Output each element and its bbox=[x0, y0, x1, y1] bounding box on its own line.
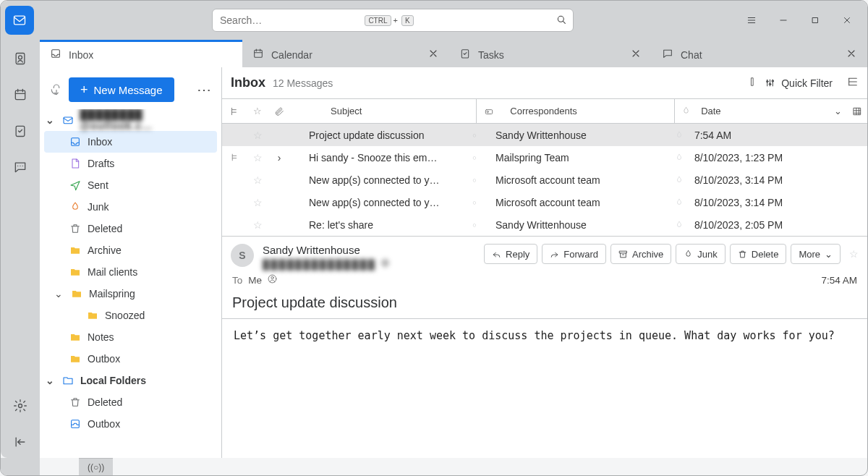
col-subject[interactable]: Subject bbox=[326, 99, 477, 123]
svg-rect-13 bbox=[72, 420, 80, 428]
folder-outbox[interactable]: Outbox bbox=[44, 348, 217, 370]
rail-tasks-icon[interactable] bbox=[12, 122, 29, 140]
col-attachment-icon[interactable] bbox=[268, 99, 290, 123]
globe-icon bbox=[380, 258, 390, 270]
window-close-button[interactable] bbox=[831, 4, 863, 36]
app-menu-button[interactable] bbox=[736, 4, 767, 36]
tab-inbox[interactable]: Inbox bbox=[40, 40, 242, 67]
display-options-icon[interactable] bbox=[747, 77, 757, 89]
folder-drafts[interactable]: Drafts bbox=[44, 153, 217, 174]
tab-tasks[interactable]: Tasks bbox=[449, 40, 652, 67]
svg-rect-22 bbox=[620, 251, 627, 253]
account-header[interactable]: ⌄ ████████ @outlook.c… bbox=[44, 109, 217, 131]
rail-chat-icon[interactable] bbox=[12, 158, 29, 176]
folder-inbox[interactable]: Inbox bbox=[44, 131, 217, 153]
folder-junk-label: Junk bbox=[88, 201, 109, 213]
folder-mail-clients[interactable]: Mail clients bbox=[44, 261, 217, 283]
app-icon[interactable] bbox=[5, 6, 34, 35]
folder-notes[interactable]: Notes bbox=[44, 326, 217, 348]
search-icon[interactable] bbox=[556, 14, 567, 27]
star-icon[interactable]: ☆ bbox=[247, 213, 268, 236]
drafts-icon bbox=[69, 158, 82, 169]
get-messages-icon[interactable] bbox=[50, 82, 63, 98]
inbox-icon bbox=[50, 48, 61, 61]
message-row[interactable]: ☆ › Hi sandy - Snooze this em… ○ Mailspr… bbox=[222, 146, 867, 169]
col-spam-icon[interactable] bbox=[675, 99, 697, 123]
svg-rect-20 bbox=[854, 108, 860, 114]
col-sort-chevron[interactable]: ⌄ bbox=[828, 99, 847, 123]
folder-inbox-label: Inbox bbox=[88, 136, 112, 148]
new-message-button[interactable]: + New Message bbox=[69, 77, 174, 102]
tab-tasks-close[interactable] bbox=[630, 48, 642, 61]
mail-account-icon bbox=[61, 114, 75, 126]
archive-button[interactable]: Archive bbox=[610, 244, 671, 264]
folder-mailspring[interactable]: ⌄ Mailspring bbox=[44, 283, 217, 305]
window-maximize-button[interactable] bbox=[799, 4, 831, 36]
to-label: To bbox=[232, 275, 242, 286]
junk-label: Junk bbox=[697, 249, 717, 260]
col-picker-icon[interactable] bbox=[847, 99, 867, 123]
col-thread-icon[interactable] bbox=[222, 99, 247, 123]
rail-contacts-icon[interactable] bbox=[12, 50, 29, 67]
chevron-down-icon: ⌄ bbox=[825, 249, 833, 260]
star-icon[interactable]: ☆ bbox=[247, 124, 268, 146]
star-icon[interactable]: ☆ bbox=[247, 191, 268, 213]
kbd-ctrl: CTRL bbox=[365, 15, 391, 26]
col-star-icon[interactable]: ☆ bbox=[247, 99, 268, 123]
message-row[interactable]: ☆ New app(s) connected to y… ○ Microsoft… bbox=[222, 169, 867, 191]
folder-icon bbox=[70, 288, 83, 299]
folder-deleted[interactable]: Deleted bbox=[44, 218, 217, 239]
tab-calendar-close[interactable] bbox=[427, 48, 439, 61]
col-date[interactable]: Date bbox=[697, 99, 828, 123]
folder-sent[interactable]: Sent bbox=[44, 174, 217, 196]
svg-rect-0 bbox=[14, 16, 25, 25]
local-outbox[interactable]: Outbox bbox=[44, 413, 217, 435]
flame-icon bbox=[668, 213, 690, 236]
rail-calendar-icon[interactable] bbox=[12, 86, 29, 103]
activity-rail bbox=[1, 40, 40, 458]
folder-icon bbox=[69, 266, 82, 278]
list-title: Inbox bbox=[231, 75, 265, 90]
local-deleted-label: Deleted bbox=[88, 396, 122, 408]
reply-button[interactable]: Reply bbox=[484, 244, 537, 264]
window-minimize-button[interactable] bbox=[767, 4, 799, 36]
forward-button[interactable]: Forward bbox=[542, 244, 606, 264]
star-icon[interactable]: ☆ bbox=[247, 169, 268, 191]
message-subject: Project update discussion bbox=[305, 124, 462, 146]
preview-body: Let’s get together early next week to di… bbox=[222, 319, 867, 352]
junk-button[interactable]: Junk bbox=[676, 244, 725, 264]
preview-star-icon[interactable]: ☆ bbox=[845, 248, 859, 260]
folder-archive-label: Archive bbox=[88, 245, 122, 256]
tab-chat-close[interactable] bbox=[846, 48, 857, 61]
local-folders-header[interactable]: ⌄ Local Folders bbox=[44, 370, 217, 391]
folder-junk[interactable]: Junk bbox=[44, 196, 217, 218]
col-correspondents-icon[interactable] bbox=[477, 99, 501, 123]
svg-point-1 bbox=[558, 16, 563, 22]
star-icon[interactable]: ☆ bbox=[247, 146, 268, 169]
search-input[interactable] bbox=[218, 14, 363, 27]
folder-snoozed[interactable]: Snoozed bbox=[44, 305, 217, 326]
message-subject: New app(s) connected to y… bbox=[305, 191, 462, 213]
quick-filter-button[interactable]: Quick Filter bbox=[765, 77, 833, 89]
folder-archive[interactable]: Archive bbox=[44, 239, 217, 261]
rail-collapse-icon[interactable] bbox=[12, 433, 29, 451]
col-correspondents[interactable]: Correspondents bbox=[501, 99, 675, 123]
message-row[interactable]: ☆ Project update discussion ○ Sandy Writ… bbox=[222, 124, 867, 146]
folder-pane-menu[interactable]: ⋯ bbox=[194, 81, 214, 98]
search-box[interactable]: CTRL + K bbox=[212, 9, 574, 32]
local-deleted[interactable]: Deleted bbox=[44, 391, 217, 413]
contact-icon[interactable] bbox=[268, 274, 277, 286]
more-button[interactable]: More ⌄ bbox=[791, 244, 841, 264]
layout-options-icon[interactable] bbox=[840, 76, 859, 90]
message-row[interactable]: ☆ New app(s) connected to y… ○ Microsoft… bbox=[222, 191, 867, 213]
tab-calendar[interactable]: Calendar bbox=[242, 40, 449, 67]
flame-icon bbox=[668, 124, 690, 146]
delete-button[interactable]: Delete bbox=[730, 244, 787, 264]
message-row[interactable]: ☆ Re: let's share ○ Sandy Writtenhouse 8… bbox=[222, 213, 867, 236]
expand-chevron-icon[interactable]: › bbox=[268, 146, 290, 169]
reply-label: Reply bbox=[506, 249, 529, 260]
tab-tasks-label: Tasks bbox=[478, 49, 504, 61]
tab-chat[interactable]: Chat bbox=[652, 40, 867, 67]
rail-settings-icon[interactable] bbox=[12, 397, 29, 415]
read-dot-icon: ○ bbox=[462, 169, 487, 191]
